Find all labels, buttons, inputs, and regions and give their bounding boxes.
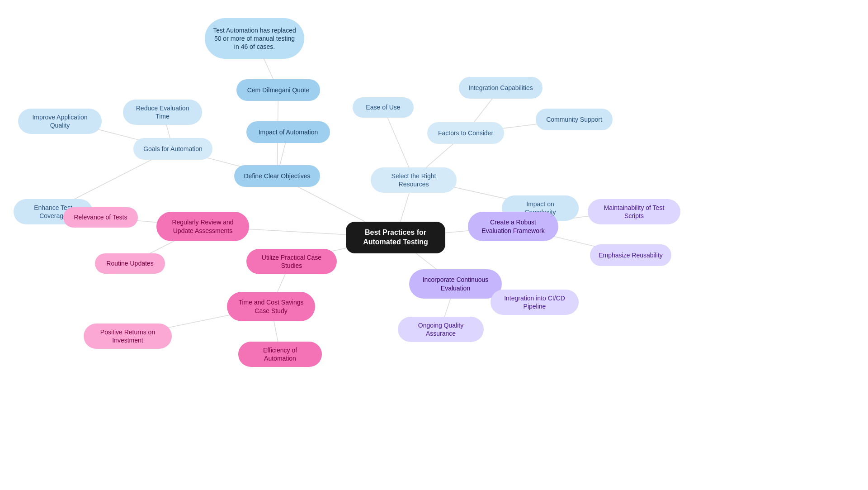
node-incorporate_eval[interactable]: Incorporate Continuous Evaluation [409,269,502,299]
node-select_resources[interactable]: Select the Right Resources [371,167,457,193]
node-utilize_case_studies[interactable]: Utilize Practical Case Studies [246,249,337,274]
node-time_cost_savings[interactable]: Time and Cost Savings Case Study [227,292,315,321]
node-integration_cap[interactable]: Integration Capabilities [459,77,542,99]
node-emphasize_reusability[interactable]: Emphasize Reusability [590,244,671,266]
node-relevance_tests[interactable]: Relevance of Tests [63,207,138,228]
node-automation_quote[interactable]: Test Automation has replaced 50 or more … [205,18,304,59]
node-cem_quote[interactable]: Cem Dilmegani Quote [236,79,320,101]
node-community_support[interactable]: Community Support [536,109,613,130]
node-center[interactable]: Best Practices for Automated Testing [346,222,445,253]
node-goals_automation[interactable]: Goals for Automation [133,138,212,160]
node-efficiency_automation[interactable]: Efficiency of Automation [238,342,322,367]
node-positive_returns[interactable]: Positive Returns on Investment [84,323,172,349]
node-define_objectives[interactable]: Define Clear Objectives [234,165,320,187]
node-reduce_eval[interactable]: Reduce Evaluation Time [123,100,202,125]
node-factors_consider[interactable]: Factors to Consider [427,122,504,144]
node-improve_quality[interactable]: Improve Application Quality [18,109,102,134]
node-ease_of_use[interactable]: Ease of Use [353,97,414,118]
node-maintain_scripts[interactable]: Maintainability of Test Scripts [588,199,680,224]
node-ci_cd[interactable]: Integration into CI/CD Pipeline [491,290,579,315]
node-routine_updates[interactable]: Routine Updates [95,253,165,274]
node-create_framework[interactable]: Create a Robust Evaluation Framework [468,212,558,241]
node-review_update[interactable]: Regularly Review and Update Assessments [156,212,249,241]
node-ongoing_qa[interactable]: Ongoing Quality Assurance [398,317,484,342]
mindmap-container: Best Practices for Automated TestingTest… [0,0,868,490]
node-impact_automation[interactable]: Impact of Automation [246,121,330,143]
